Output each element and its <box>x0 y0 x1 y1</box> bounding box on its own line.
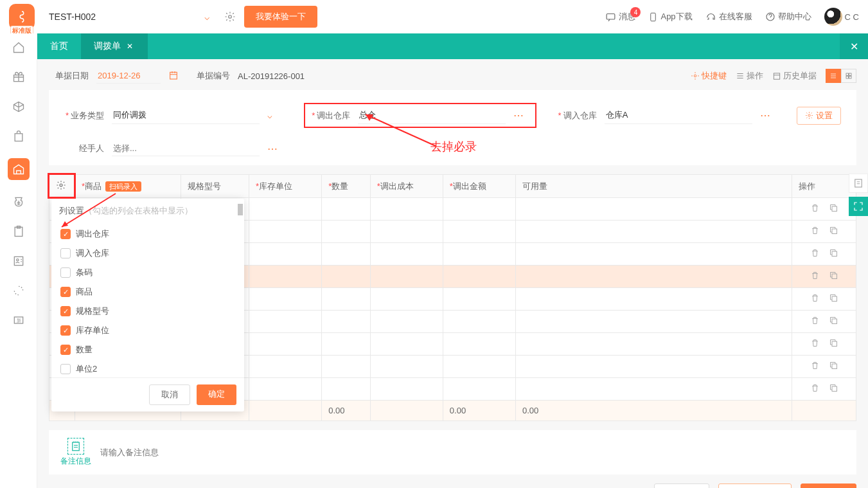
checkbox[interactable]: ✓ <box>60 345 71 355</box>
handler-input[interactable] <box>112 141 260 156</box>
save-button[interactable]: 保存▾ <box>801 483 856 488</box>
copy-icon[interactable] <box>829 293 838 305</box>
gear-icon[interactable] <box>224 10 236 23</box>
copy-icon[interactable] <box>829 271 838 282</box>
user-menu[interactable]: C C <box>824 8 859 26</box>
copy-icon[interactable] <box>829 383 838 395</box>
delete-icon[interactable] <box>810 226 820 237</box>
checkbox[interactable]: ✓ <box>60 325 71 336</box>
checkbox[interactable] <box>60 248 71 258</box>
svg-rect-26 <box>832 319 837 324</box>
nav-sync-icon[interactable] <box>11 283 26 298</box>
nav-gift-icon[interactable] <box>11 69 26 85</box>
column-checkbox-item[interactable]: ✓库存单位 <box>51 321 244 340</box>
scan-entry-button[interactable]: 扫码录入 <box>105 181 141 192</box>
org-selector[interactable]: TEST-H002 ⌵ <box>42 6 216 28</box>
svg-text:新: 新 <box>16 318 21 323</box>
svg-rect-31 <box>855 179 862 187</box>
annotation-arrow-gear <box>59 192 117 231</box>
cancel-button[interactable]: 取消 <box>149 384 190 405</box>
delete-icon[interactable] <box>810 271 820 282</box>
biz-type-field[interactable]: *业务类型 同价调拨 ⌵ <box>64 107 283 124</box>
column-checkbox-item[interactable]: 调入仓库 <box>51 244 244 263</box>
shortcut-link[interactable]: 快捷键 <box>691 70 727 82</box>
checkbox[interactable]: ✓ <box>60 306 71 316</box>
side-note-icon[interactable] <box>849 174 868 193</box>
header-row: 单据日期 2019-12-26 单据编号 AL-20191226-001 快捷键… <box>49 68 856 90</box>
column-checkbox-item[interactable]: 单位2 <box>51 359 244 377</box>
svg-rect-24 <box>832 274 837 279</box>
svg-point-9 <box>16 259 18 261</box>
column-checkbox-item[interactable]: ✓数量 <box>51 340 244 359</box>
close-icon[interactable]: ✕ <box>125 41 135 51</box>
svg-rect-8 <box>14 257 22 265</box>
discard-button[interactable]: 放弃 <box>654 483 709 488</box>
more-icon[interactable]: ⋯ <box>760 109 772 122</box>
column-checkbox-item[interactable]: ✓规格型号 <box>51 302 244 321</box>
column-list[interactable]: ✓调出仓库调入仓库条码✓商品✓规格型号✓库存单位✓数量单位2 <box>51 223 244 377</box>
app-download-link[interactable]: App下载 <box>648 11 692 23</box>
bill-date-field: 单据日期 2019-12-26 <box>49 68 179 84</box>
svg-rect-14 <box>774 73 779 79</box>
nav-new-icon[interactable]: 新 <box>11 312 26 328</box>
checkbox[interactable] <box>60 364 71 374</box>
more-icon[interactable]: ⋯ <box>267 143 279 155</box>
tab-home[interactable]: 首页 <box>37 33 81 59</box>
remark-input[interactable] <box>100 447 845 457</box>
nav-goods-icon[interactable] <box>11 99 26 114</box>
delete-icon[interactable] <box>810 203 820 215</box>
copy-icon[interactable] <box>829 338 838 350</box>
copy-icon[interactable] <box>829 316 838 327</box>
delete-icon[interactable] <box>810 316 820 327</box>
close-all-icon[interactable]: ✕ <box>840 33 868 59</box>
tab-transfer[interactable]: 调拨单 ✕ <box>81 33 148 59</box>
copy-icon[interactable] <box>829 226 838 237</box>
messages-link[interactable]: 消息 4 <box>605 11 635 23</box>
svg-rect-27 <box>832 341 837 347</box>
nav-clipboard-icon[interactable] <box>11 224 26 239</box>
remark-label: 备注信息 <box>60 438 91 467</box>
nav-bag-icon[interactable] <box>11 129 26 144</box>
confirm-button[interactable]: 确定 <box>197 384 236 405</box>
column-checkbox-item[interactable]: 条码 <box>51 263 244 282</box>
operation-link[interactable]: 操作 <box>736 70 763 82</box>
bill-date-value[interactable]: 2019-12-26 <box>96 68 161 84</box>
help-link[interactable]: 帮助中心 <box>765 11 811 23</box>
calendar-icon[interactable] <box>168 70 179 82</box>
message-icon <box>605 12 616 23</box>
history-link[interactable]: 历史单据 <box>772 70 817 82</box>
chevron-down-icon[interactable]: ⌵ <box>267 111 272 120</box>
more-icon[interactable]: ⋯ <box>513 109 525 122</box>
note-icon <box>67 438 84 455</box>
try-button[interactable]: 我要体验一下 <box>244 6 317 28</box>
fullscreen-icon[interactable] <box>849 197 868 216</box>
in-warehouse-field[interactable]: *调入仓库 仓库A ⋯ <box>557 107 776 124</box>
app-logo: 标准版 <box>9 4 35 30</box>
copy-icon[interactable] <box>829 248 838 260</box>
delete-icon[interactable] <box>810 361 820 372</box>
support-link[interactable]: 在线客服 <box>705 11 752 23</box>
svg-rect-15 <box>846 73 849 76</box>
handler-field[interactable]: 经手人 ⋯ <box>64 141 296 156</box>
checkbox[interactable]: ✓ <box>60 287 71 297</box>
nav-warehouse-icon[interactable] <box>8 158 30 180</box>
col-spec: 规格型号 <box>181 175 249 198</box>
nav-contact-icon[interactable] <box>11 253 26 269</box>
view-grid-icon[interactable] <box>841 69 856 83</box>
checkbox[interactable] <box>60 267 71 278</box>
view-list-icon[interactable] <box>826 69 841 83</box>
save-draft-button[interactable]: 保存草稿 <box>718 483 792 488</box>
column-checkbox-item[interactable]: ✓商品 <box>51 282 244 302</box>
nav-home-icon[interactable] <box>11 40 26 55</box>
settings-button[interactable]: 设置 <box>797 107 841 125</box>
nav-money-icon[interactable] <box>11 194 26 210</box>
delete-icon[interactable] <box>810 338 820 350</box>
copy-icon[interactable] <box>829 203 838 215</box>
col-cost: *调出成本 <box>370 175 443 198</box>
copy-icon[interactable] <box>829 361 838 372</box>
svg-rect-29 <box>832 386 837 392</box>
org-name: TEST-H002 <box>49 12 96 22</box>
delete-icon[interactable] <box>810 383 820 395</box>
delete-icon[interactable] <box>810 293 820 305</box>
delete-icon[interactable] <box>810 248 820 260</box>
